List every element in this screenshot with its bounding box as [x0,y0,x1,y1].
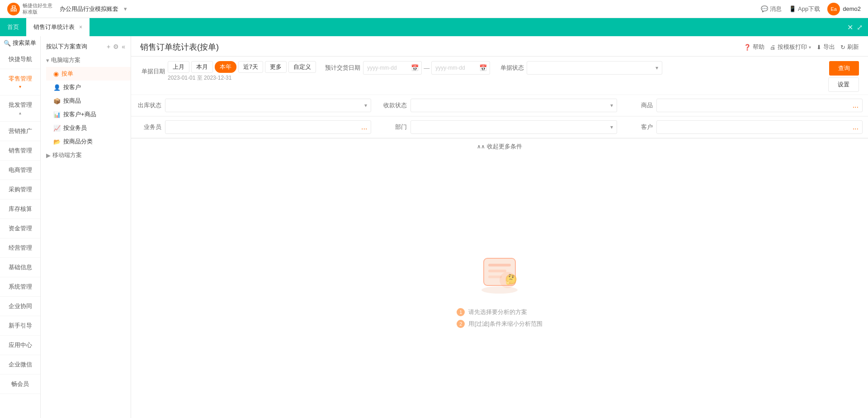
date-btn-7days[interactable]: 近7天 [238,61,263,73]
close-tab-icon[interactable]: × [79,24,82,30]
sidebar-item-finance[interactable]: 资金管理 [0,219,40,238]
logo-area: 品 畅捷信好生意 标准版 [7,3,52,15]
tree-item-by-salesperson[interactable]: 📈 按业务员 [46,121,131,135]
tab-home[interactable]: 首页 [0,18,26,36]
nav-tabs: 首页 销售订单统计表 × ✕ ⤢ [0,18,868,36]
message-button[interactable]: 💬 消息 [761,5,782,13]
sidebar-item-marketing[interactable]: 营销推广 [0,122,40,141]
wholesale-expand-icon: ▴ [19,110,21,115]
department-select[interactable]: ▾ [410,120,617,134]
payment-status-cell: 收款状态 ▾ [377,95,622,116]
tree-customer-icon: 👤 [53,84,61,91]
payment-status-input: ▾ [410,99,617,112]
payment-status-select[interactable]: ▾ [410,99,617,112]
svg-rect-4 [488,276,502,278]
collapse-panel-icon[interactable]: « [122,43,125,50]
status-select[interactable]: ▾ [527,61,662,75]
sidebar-item-system[interactable]: 系统管理 [0,277,40,297]
tree-item-by-customer[interactable]: 👤 按客户 [46,81,131,94]
delivery-status-input: ▾ [165,99,371,112]
retail-expand-icon: ▾ [19,84,21,89]
refresh-button[interactable]: ↻ 刷新 [840,43,859,51]
svg-rect-3 [488,270,506,272]
top-bar-left: 品 畅捷信好生意 标准版 办公用品行业模拟账套 ▾ [7,3,127,15]
close-window-icon[interactable]: ✕ [847,23,853,32]
department-cell: 部门 ▾ [377,117,622,138]
payment-status-label: 收款状态 [382,101,407,109]
salesperson-field[interactable]: ... [165,120,371,134]
tree-category-mobile[interactable]: ▶ 移动端方案 [41,148,131,162]
goods-ellipsis-icon[interactable]: ... [853,101,859,109]
tree-item-by-category[interactable]: 📂 按商品分类 [46,135,131,148]
sidebar-item-quick-nav[interactable]: 快捷导航 [0,50,40,69]
template-print-button[interactable]: 🖨 按模板打印 ▾ [770,43,811,51]
download-icon: 📱 [789,5,796,12]
search-icon: 🔍 [4,40,11,47]
tree-item-by-product[interactable]: 📦 按商品 [46,94,131,108]
delivery-status-select[interactable]: ▾ [165,99,371,112]
page-header-actions: ❓ 帮助 🖨 按模板打印 ▾ ⬇ 导出 ↻ 刷新 [744,43,859,51]
salesperson-ellipsis-icon[interactable]: ... [361,123,367,131]
left-panel: 按以下方案查询 + ⚙ « ▾ 电脑端方案 ◉ 按单 👤 按客户 📦 按商品 [41,36,131,418]
expected-date-to[interactable]: yyyy-mm-dd 📅 [431,61,490,75]
tab-sales-order-stats[interactable]: 销售订单统计表 × [26,18,90,36]
query-button[interactable]: 查询 [829,61,859,76]
date-separator: — [424,65,429,71]
tree-item-by-order[interactable]: ◉ 按单 [46,67,131,81]
maximize-window-icon[interactable]: ⤢ [857,23,863,32]
sidebar-item-basics[interactable]: 基础信息 [0,258,40,277]
sidebar-item-enterprise[interactable]: 企业协同 [0,297,40,316]
settings-button[interactable]: 设置 [828,77,859,92]
salesperson-input: ... [165,120,371,134]
sidebar-search[interactable]: 🔍 搜索菜单 [0,36,40,50]
department-chevron-icon: ▾ [610,124,613,130]
sidebar-item-wholesale[interactable]: 批发管理 ▴ [0,95,40,122]
logo-icon: 品 [7,3,20,15]
empty-illustration: 🤔 [472,245,527,299]
app-title: 办公用品行业模拟账套 [60,5,118,13]
tree-item-by-customer-product[interactable]: 📊 按客户+商品 [46,108,131,121]
sidebar-item-purchase[interactable]: 采购管理 [0,180,40,200]
tree-expand-icon: ▾ [46,57,49,64]
empty-tip-1: 1 请先选择要分析的方案 [457,308,542,316]
sidebar-item-wechat[interactable]: 企业微信 [0,355,40,375]
date-btn-this-month[interactable]: 本月 [191,61,213,73]
top-bar: 品 畅捷信好生意 标准版 办公用品行业模拟账套 ▾ 💬 消息 📱 App下载 E… [0,0,868,18]
settings-scheme-icon[interactable]: ⚙ [113,43,119,50]
user-profile[interactable]: Ea demo2 [827,3,861,15]
customer-field[interactable]: ... [656,120,863,134]
title-dropdown-icon[interactable]: ▾ [124,5,127,12]
empty-tips: 1 请先选择要分析的方案 2 用[过滤]条件来缩小分析范围 [457,308,542,328]
tree-category-pc[interactable]: ▾ 电脑端方案 [41,53,131,67]
collapse-button[interactable]: ∧∧ 收起更多条件 [473,139,526,154]
goods-field[interactable]: ... [656,99,863,112]
add-scheme-icon[interactable]: + [107,43,110,50]
sidebar-item-ecommerce[interactable]: 电商管理 [0,161,40,180]
refresh-icon: ↻ [840,44,845,51]
help-button[interactable]: ❓ 帮助 [744,43,764,51]
date-btn-last-month[interactable]: 上月 [168,61,189,73]
sidebar-item-members[interactable]: 畅会员 [0,375,40,394]
export-button[interactable]: ⬇ 导出 [816,43,835,51]
sidebar-item-app-center[interactable]: 应用中心 [0,336,40,355]
salesperson-cell: 业务员 ... [131,117,377,138]
sidebar-item-inventory[interactable]: 库存核算 [0,200,40,219]
content-area: 销售订单统计表(按单) ❓ 帮助 🖨 按模板打印 ▾ ⬇ 导出 ↻ 刷新 [131,36,868,418]
tree-cp-icon: 📊 [53,111,61,118]
date-btn-this-year[interactable]: 本年 [215,61,236,73]
date-btn-custom[interactable]: 自定义 [288,61,316,73]
expected-date-from[interactable]: yyyy-mm-dd 📅 [363,61,422,75]
svg-text:🤔: 🤔 [505,273,518,285]
sidebar-item-sales[interactable]: 销售管理 [0,141,40,161]
payment-chevron-icon: ▾ [610,102,613,109]
tree-sales-icon: 📈 [53,125,61,132]
sidebar-item-retail[interactable]: 零售管理 ▾ [0,69,40,95]
date-btn-more[interactable]: 更多 [265,61,287,73]
customer-cell: 客户 ... [623,117,868,138]
sidebar-item-operations[interactable]: 经营管理 [0,238,40,258]
sidebar-item-newbie[interactable]: 新手引导 [0,316,40,336]
customer-ellipsis-icon[interactable]: ... [853,123,859,131]
app-download-button[interactable]: 📱 App下载 [789,5,820,13]
filter-section: 单据日期 上月 本月 本年 近7天 更多 自定义 2023-01-01 至 20… [131,57,868,154]
calendar-to-icon: 📅 [479,64,487,71]
